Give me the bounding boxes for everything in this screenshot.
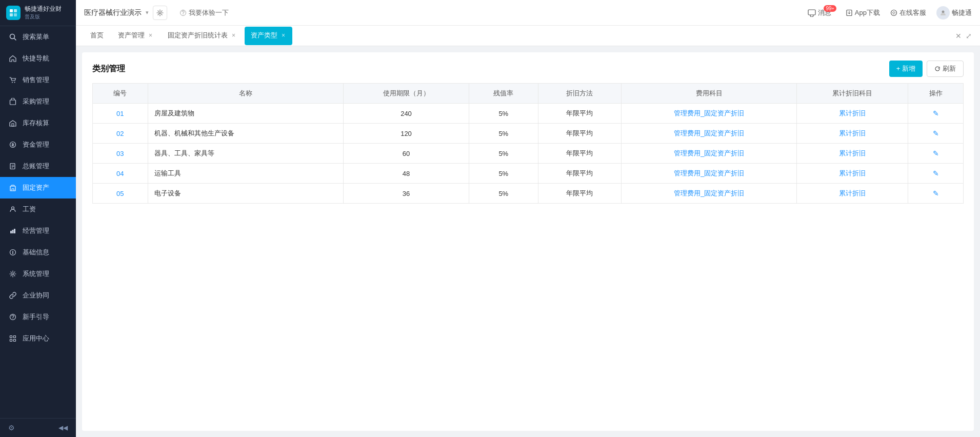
- col-period: 使用期限（月）: [344, 84, 469, 104]
- svg-point-31: [893, 13, 894, 14]
- sidebar-footer: ⚙ ◀◀: [0, 418, 76, 437]
- edit-button[interactable]: ✎: [933, 129, 939, 137]
- page-content: 类别管理 + 新增 刷新 编号 名称 使用期限（月） 残值率 折旧方法: [82, 52, 974, 431]
- avatar: [936, 6, 950, 19]
- sidebar-item-search[interactable]: 搜索菜单: [0, 26, 76, 48]
- edit-button[interactable]: ✎: [933, 189, 939, 197]
- logo-text: 畅捷通好业财 普及版: [25, 5, 62, 21]
- cell-expense: 管理费用_固定资产折旧: [622, 144, 797, 164]
- sidebar-item-guide[interactable]: 新手引导: [0, 306, 76, 328]
- table-header-row: 编号 名称 使用期限（月） 残值率 折旧方法 费用科目 累计折旧科目 操作: [93, 84, 964, 104]
- cell-code: 04: [93, 164, 148, 184]
- table-row: 01 房屋及建筑物 240 5% 年限平均 管理费用_固定资产折旧 累计折旧 ✎: [93, 104, 964, 124]
- tab-fullscreen-icon[interactable]: ⤢: [966, 32, 972, 40]
- sidebar-item-basic-info[interactable]: 基础信息: [0, 242, 76, 263]
- money-icon: [8, 140, 17, 149]
- warehouse-icon: [8, 118, 17, 128]
- settings-icon: [8, 269, 17, 279]
- page-header: 类别管理 + 新增 刷新: [82, 52, 974, 83]
- people-icon: [8, 205, 17, 214]
- svg-rect-3: [14, 13, 17, 16]
- table-row: 05 电子设备 36 5% 年限平均 管理费用_固定资产折旧 累计折旧 ✎: [93, 184, 964, 204]
- add-button[interactable]: + 新增: [889, 61, 923, 77]
- tab-close-all-icon[interactable]: ✕: [955, 32, 962, 40]
- refresh-label: 刷新: [943, 64, 956, 73]
- app-download-button[interactable]: App下载: [846, 8, 880, 17]
- collapse-icon[interactable]: ◀◀: [58, 424, 68, 431]
- col-expense: 费用科目: [622, 84, 797, 104]
- tab-fixed-asset-depreciation[interactable]: 固定资产折旧统计表 ×: [162, 27, 243, 45]
- trial-button[interactable]: 我要体验一下: [179, 8, 229, 17]
- refresh-button[interactable]: 刷新: [927, 61, 964, 77]
- cell-accumulated: 累计折旧: [797, 104, 908, 124]
- company-name: 医疗器械行业演示: [84, 8, 142, 17]
- sidebar-item-ledger[interactable]: 总账管理: [0, 155, 76, 177]
- category-table: 编号 名称 使用期限（月） 残值率 折旧方法 费用科目 累计折旧科目 操作 01…: [92, 83, 964, 204]
- tab-fixed-asset-depreciation-close[interactable]: ×: [231, 32, 236, 39]
- cell-accumulated: 累计折旧: [797, 124, 908, 144]
- sidebar-item-cooperation[interactable]: 企业协同: [0, 285, 76, 306]
- tab-home[interactable]: 首页: [84, 27, 110, 45]
- cell-period: 36: [344, 184, 469, 204]
- svg-rect-15: [12, 230, 14, 233]
- svg-rect-22: [14, 335, 16, 337]
- sidebar-item-quick-nav[interactable]: 快捷导航: [0, 48, 76, 69]
- cell-code: 05: [93, 184, 148, 204]
- table-container: 编号 名称 使用期限（月） 残值率 折旧方法 费用科目 累计折旧科目 操作 01…: [82, 83, 974, 431]
- sidebar-item-system[interactable]: 系统管理: [0, 263, 76, 285]
- sidebar-item-finance[interactable]: 资金管理: [0, 134, 76, 155]
- tab-asset-type[interactable]: 资产类型 ×: [245, 27, 292, 45]
- sidebar-item-purchase[interactable]: 采购管理: [0, 91, 76, 112]
- col-method: 折旧方法: [538, 84, 621, 104]
- header-settings-button[interactable]: [153, 6, 167, 20]
- main-content: 医疗器械行业演示 ▾ 我要体验一下 消息 99 App下载: [76, 0, 980, 437]
- tab-asset-management[interactable]: 资产管理 ×: [112, 27, 159, 45]
- tab-asset-management-label: 资产管理: [118, 31, 145, 40]
- svg-rect-14: [10, 231, 12, 233]
- edit-button[interactable]: ✎: [933, 109, 939, 117]
- sidebar: 畅捷通好业财 普及版 搜索菜单 快捷导航 销售管理: [0, 0, 76, 437]
- edit-button[interactable]: ✎: [933, 149, 939, 157]
- sidebar-item-sales[interactable]: 销售管理: [0, 69, 76, 91]
- sidebar-item-inventory[interactable]: 库存核算: [0, 112, 76, 134]
- edit-button[interactable]: ✎: [933, 169, 939, 177]
- svg-rect-21: [10, 335, 12, 337]
- sidebar-item-app-center[interactable]: 应用中心: [0, 328, 76, 349]
- sidebar-logo: 畅捷通好业财 普及版: [0, 0, 76, 26]
- cell-period: 240: [344, 104, 469, 124]
- col-name: 名称: [148, 84, 344, 104]
- svg-rect-23: [10, 339, 12, 341]
- table-row: 04 运输工具 48 5% 年限平均 管理费用_固定资产折旧 累计折旧 ✎: [93, 164, 964, 184]
- cell-expense: 管理费用_固定资产折旧: [622, 184, 797, 204]
- page-title: 类别管理: [92, 64, 125, 74]
- company-dropdown-icon[interactable]: ▾: [146, 9, 149, 16]
- cell-accumulated: 累计折旧: [797, 164, 908, 184]
- notifications-badge: 99: [824, 5, 836, 12]
- sidebar-item-operations[interactable]: 经营管理: [0, 220, 76, 242]
- cell-action: ✎: [908, 124, 964, 144]
- tab-asset-type-close[interactable]: ×: [281, 32, 286, 39]
- cell-name: 器具、工具、家具等: [148, 144, 344, 164]
- online-service-button[interactable]: 在线客服: [890, 8, 926, 17]
- notifications-button[interactable]: 消息 99: [808, 8, 831, 17]
- cell-period: 60: [344, 144, 469, 164]
- sidebar-item-fixed-asset[interactable]: 固定资产: [0, 177, 76, 198]
- sidebar-nav: 搜索菜单 快捷导航 销售管理 采购管理 库存核算: [0, 26, 76, 418]
- settings-footer-icon[interactable]: ⚙: [8, 424, 15, 432]
- header-left: 医疗器械行业演示 ▾ 我要体验一下: [84, 6, 229, 20]
- user-menu[interactable]: 畅捷通: [936, 6, 972, 19]
- link-icon: [8, 291, 17, 300]
- svg-point-30: [891, 10, 897, 15]
- cell-period: 48: [344, 164, 469, 184]
- svg-point-18: [12, 273, 14, 275]
- col-action: 操作: [908, 84, 964, 104]
- sidebar-item-payroll[interactable]: 工资: [0, 198, 76, 220]
- building-icon: [8, 183, 17, 192]
- cell-period: 120: [344, 124, 469, 144]
- cell-method: 年限平均: [538, 144, 621, 164]
- cell-method: 年限平均: [538, 184, 621, 204]
- table-row: 03 器具、工具、家具等 60 5% 年限平均 管理费用_固定资产折旧 累计折旧…: [93, 144, 964, 164]
- tab-asset-management-close[interactable]: ×: [148, 32, 153, 39]
- svg-point-7: [14, 82, 15, 83]
- svg-rect-24: [14, 339, 16, 341]
